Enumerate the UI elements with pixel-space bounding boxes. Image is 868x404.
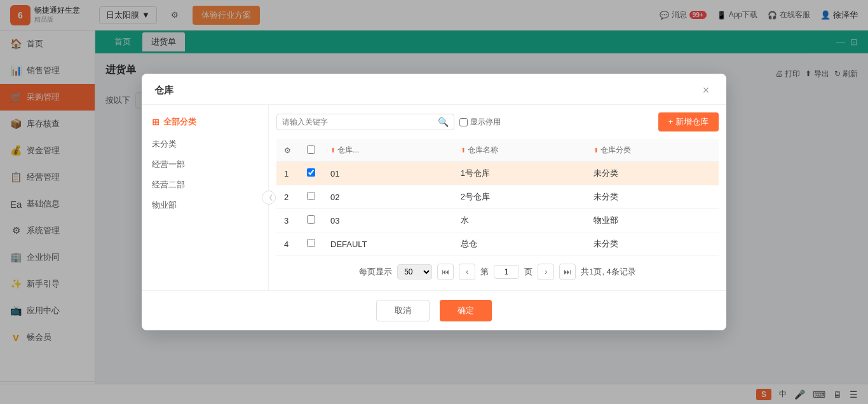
search-box: 🔍: [276, 114, 454, 130]
category-item-dept1[interactable]: 经营一部: [142, 154, 268, 175]
col-category: ⬆ 仓库分类: [586, 139, 719, 162]
grid-icon: ⊞: [152, 117, 159, 127]
modal-header: 仓库 ×: [142, 74, 726, 105]
th-settings-icon: ⚙: [284, 146, 291, 155]
table-panel: 🔍 显示停用 + 新增仓库 ⚙ ⬆ 仓库...: [269, 105, 726, 290]
pagination: 每页显示 50 10 20 100 ⏮ ‹ 第 页 › ⏭ 共1页, 4条记录: [276, 256, 719, 283]
cell-checkbox[interactable]: [299, 209, 323, 232]
search-icon[interactable]: 🔍: [438, 117, 449, 127]
cell-checkbox[interactable]: [299, 232, 323, 256]
cell-name: 水: [453, 209, 586, 232]
sort-icon-category: ⬆: [593, 147, 599, 154]
row-checkbox[interactable]: [307, 168, 315, 177]
col-checkbox: [299, 139, 323, 162]
row-checkbox[interactable]: [307, 215, 315, 224]
cell-category: 未分类: [586, 185, 719, 209]
col-code: ⬆ 仓库...: [323, 139, 453, 162]
cell-category: 物业部: [586, 209, 719, 232]
modal-close-button[interactable]: ×: [698, 83, 714, 98]
modal-title: 仓库: [154, 84, 173, 97]
search-input[interactable]: [282, 118, 435, 126]
cell-category: 未分类: [586, 232, 719, 256]
sort-icon-code: ⬆: [330, 147, 336, 154]
table-row: 1 01 1号仓库 未分类: [276, 162, 719, 185]
row-checkbox[interactable]: [307, 192, 315, 200]
cell-code: DEFAULT: [323, 232, 453, 256]
modal-body: ⊞ 全部分类 未分类 经营一部 经营二部 物业部 《 🔍 显示停用: [142, 105, 726, 290]
category-panel: ⊞ 全部分类 未分类 经营一部 经营二部 物业部 《: [142, 105, 269, 290]
cell-name: 总仓: [453, 232, 586, 256]
per-page-label: 每页显示: [359, 266, 392, 278]
table-row: 4 DEFAULT 总仓 未分类: [276, 232, 719, 256]
cell-name: 1号仓库: [453, 162, 586, 185]
select-all-checkbox[interactable]: [307, 145, 315, 154]
show-disabled-label[interactable]: 显示停用: [459, 117, 501, 128]
cell-checkbox[interactable]: [299, 185, 323, 209]
modal-footer: 取消 确定: [142, 290, 726, 330]
new-warehouse-button[interactable]: + 新增仓库: [658, 112, 719, 131]
table-row: 3 03 水 物业部: [276, 209, 719, 232]
cell-index: 3: [276, 209, 299, 232]
collapse-icon: 《: [266, 193, 273, 203]
prev-page-button[interactable]: ‹: [459, 264, 475, 280]
cell-code: 01: [323, 162, 453, 185]
page-suffix: 页: [524, 266, 532, 278]
show-disabled-text: 显示停用: [470, 117, 501, 128]
cell-code: 02: [323, 185, 453, 209]
cell-checkbox[interactable]: [299, 162, 323, 185]
cell-index: 4: [276, 232, 299, 256]
per-page-select[interactable]: 50 10 20 100: [397, 264, 432, 279]
all-category-label: 全部分类: [163, 116, 196, 128]
warehouse-modal: 仓库 × ⊞ 全部分类 未分类 经营一部 经营二部 物业部 《 🔍: [142, 74, 726, 330]
cell-category: 未分类: [586, 162, 719, 185]
cell-index: 1: [276, 162, 299, 185]
row-checkbox[interactable]: [307, 239, 315, 247]
next-page-button[interactable]: ›: [538, 264, 554, 280]
sort-icon-name: ⬆: [461, 147, 466, 154]
cell-code: 03: [323, 209, 453, 232]
first-page-button[interactable]: ⏮: [437, 264, 454, 280]
category-item-unclassified[interactable]: 未分类: [142, 134, 268, 154]
col-name: ⬆ 仓库名称: [453, 139, 586, 162]
collapse-button[interactable]: 《: [262, 191, 276, 205]
all-category-header[interactable]: ⊞ 全部分类: [142, 112, 268, 134]
show-disabled-checkbox[interactable]: [459, 118, 468, 126]
cell-index: 2: [276, 185, 299, 209]
cancel-button[interactable]: 取消: [376, 300, 430, 321]
page-label: 第: [480, 266, 489, 278]
total-info: 共1页, 4条记录: [581, 266, 636, 278]
category-item-dept2[interactable]: 经营二部: [142, 175, 268, 195]
table-toolbar: 🔍 显示停用 + 新增仓库: [276, 112, 719, 131]
warehouse-table: ⚙ ⬆ 仓库... ⬆ 仓库名称 ⬆ 仓库分类 1: [276, 139, 719, 256]
col-settings: ⚙: [276, 139, 299, 162]
cell-name: 2号仓库: [453, 185, 586, 209]
table-row: 2 02 2号仓库 未分类: [276, 185, 719, 209]
table-header-row: ⚙ ⬆ 仓库... ⬆ 仓库名称 ⬆ 仓库分类: [276, 139, 719, 162]
category-item-property[interactable]: 物业部: [142, 195, 268, 215]
page-number-input[interactable]: [494, 265, 519, 279]
last-page-button[interactable]: ⏭: [559, 264, 576, 280]
confirm-button[interactable]: 确定: [440, 300, 492, 321]
